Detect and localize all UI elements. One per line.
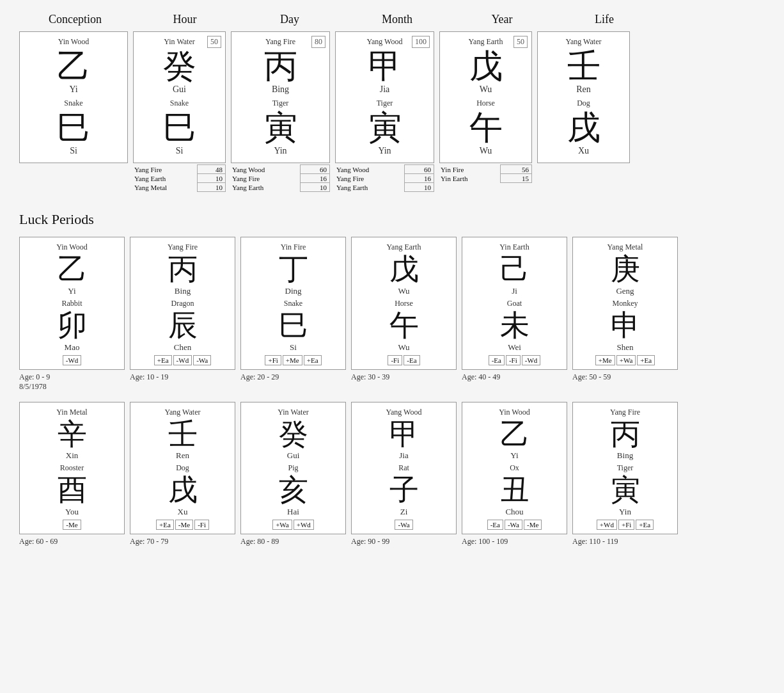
header-conception: Conception xyxy=(19,13,131,26)
year-hidden-2: Yin Earth 15 xyxy=(439,174,532,183)
luck-1-branch-label: Dragon xyxy=(137,299,228,308)
luck-2-tag-0: +Fi xyxy=(265,355,281,365)
luck-r2-3-stem-kanji: 甲 xyxy=(358,418,450,451)
luck-row-2: Yin Metal 辛 Xin Rooster 酉 You -Me Age: 6… xyxy=(19,402,765,546)
luck-1-stem-kanji: 丙 xyxy=(137,253,228,286)
day-hidden-2-score: 16 xyxy=(300,174,329,183)
hour-hidden-elements: Yang Fire 48 Yang Earth 10 Yang Metal 10 xyxy=(133,164,226,192)
hour-score: 50 xyxy=(207,36,221,48)
pillar-conception: Yin Wood 乙 Yi Snake 巳 Si xyxy=(19,31,128,163)
header-hour: Hour xyxy=(136,13,233,26)
luck-card-0: Yin Wood 乙 Yi Rabbit 卯 Mao -Wd Age: 0 - … xyxy=(19,237,125,391)
luck-r2-5-branch-label: Tiger xyxy=(579,463,671,473)
luck-1-stem-romanji: Bing xyxy=(137,286,228,296)
luck-r2-1-tag-1: -Me xyxy=(175,520,193,530)
luck-0-stem-kanji: 乙 xyxy=(26,253,118,286)
luck-r2-4-age: Age: 100 - 109 xyxy=(462,537,567,546)
year-stem-romanji: Wu xyxy=(448,84,524,95)
year-hidden-1-score: 56 xyxy=(501,165,532,174)
luck-5-tag-0: +Me xyxy=(595,355,615,365)
day-hidden-elements: Yang Wood 60 Yang Fire 16 Yang Earth 10 xyxy=(231,164,330,192)
luck-r2-2-tags: +Wa +Wd xyxy=(247,520,339,530)
luck-r2-3-stem-label: Yang Wood xyxy=(358,408,450,417)
hour-hidden-1-label: Yang Fire xyxy=(133,165,198,174)
luck-4-branch-romanji: Wei xyxy=(469,342,560,353)
luck-0-branch-romanji: Mao xyxy=(26,342,118,353)
month-stem-kanji: 甲 xyxy=(343,48,426,84)
luck-r2-2-age: Age: 80 - 89 xyxy=(240,537,346,546)
luck-card-r2-5: Yang Fire 丙 Bing Tiger 寅 Yin +Wd +Fi +Ea… xyxy=(572,402,678,546)
luck-1-tag-0: +Ea xyxy=(154,355,172,365)
luck-2-stem-label: Yin Fire xyxy=(247,243,339,252)
luck-3-stem-kanji: 戊 xyxy=(358,253,450,286)
luck-r2-4-branch-kanji: 丑 xyxy=(469,474,560,507)
luck-4-tag-2: -Wd xyxy=(522,355,541,365)
luck-r2-2-branch-romanji: Hai xyxy=(247,507,339,517)
luck-section-title: Luck Periods xyxy=(19,211,765,228)
luck-1-branch-romanji: Chen xyxy=(137,342,228,353)
luck-r2-2-branch-kanji: 亥 xyxy=(247,474,339,507)
hour-hidden-3: Yang Metal 10 xyxy=(133,183,226,192)
luck-r2-3-branch-kanji: 子 xyxy=(358,474,450,507)
hour-hidden-1-score: 48 xyxy=(198,165,226,174)
pillars-row: Yin Wood 乙 Yi Snake 巳 Si 50 Yin Water 癸 … xyxy=(19,31,765,192)
conception-stem-kanji: 乙 xyxy=(27,48,120,84)
luck-r2-1-tags: +Ea -Me -Fi xyxy=(137,520,228,530)
luck-r2-1-age: Age: 70 - 79 xyxy=(130,537,235,546)
luck-r2-0-branch-kanji: 酉 xyxy=(26,474,118,507)
luck-r2-3-branch-label: Rat xyxy=(358,463,450,473)
luck-3-branch-romanji: Wu xyxy=(358,342,450,353)
luck-r2-4-tag-1: -Wa xyxy=(505,520,522,530)
luck-card-3: Yang Earth 戊 Wu Horse 午 Wu -Fi -Ea Age: … xyxy=(351,237,457,391)
luck-r2-5-tag-2: +Ea xyxy=(636,520,654,530)
pillar-day: 80 Yang Fire 丙 Bing Tiger 寅 Yin Yang Woo… xyxy=(231,31,330,192)
day-hidden-2: Yang Fire 16 xyxy=(231,174,330,183)
luck-5-branch-label: Monkey xyxy=(579,299,671,308)
luck-0-stem-romanji: Yi xyxy=(26,286,118,296)
year-hidden-1-label: Yin Fire xyxy=(439,165,501,174)
month-hidden-1-label: Yang Wood xyxy=(335,165,404,174)
month-score: 100 xyxy=(412,36,430,48)
day-branch-kanji: 寅 xyxy=(239,109,322,146)
luck-r2-1-branch-kanji: 戌 xyxy=(137,474,228,507)
year-branch-romanji: Wu xyxy=(448,146,524,156)
hour-hidden-2-label: Yang Earth xyxy=(133,174,198,183)
luck-r2-0-tags: -Me xyxy=(26,520,118,530)
day-stem-kanji: 丙 xyxy=(239,48,322,84)
luck-0-age: Age: 0 - 9 xyxy=(19,372,125,382)
luck-card-1: Yang Fire 丙 Bing Dragon 辰 Chen +Ea -Wd -… xyxy=(130,237,235,391)
month-branch-label: Tiger xyxy=(343,99,426,108)
day-branch-label: Tiger xyxy=(239,99,322,108)
luck-2-branch-label: Snake xyxy=(247,299,339,308)
luck-r2-1-tag-2: -Fi xyxy=(194,520,209,530)
luck-card-r2-3: Yang Wood 甲 Jia Rat 子 Zi -Wa Age: 90 - 9… xyxy=(351,402,457,546)
hour-stem-romanji: Gui xyxy=(141,84,217,95)
month-hidden-1: Yang Wood 60 xyxy=(335,165,434,174)
pillar-month: 100 Yang Wood 甲 Jia Tiger 寅 Yin Yang Woo… xyxy=(335,31,434,192)
luck-5-branch-kanji: 申 xyxy=(579,310,671,342)
day-branch-romanji: Yin xyxy=(239,146,322,156)
year-hidden-elements: Yin Fire 56 Yin Earth 15 xyxy=(439,164,532,183)
luck-row-1: Yin Wood 乙 Yi Rabbit 卯 Mao -Wd Age: 0 - … xyxy=(19,237,765,391)
conception-branch-label: Snake xyxy=(27,99,120,108)
day-hidden-3: Yang Earth 10 xyxy=(231,183,330,192)
luck-r2-5-stem-kanji: 丙 xyxy=(579,418,671,451)
luck-r2-4-tag-2: -Me xyxy=(524,520,542,530)
luck-r2-0-age: Age: 60 - 69 xyxy=(19,537,125,546)
luck-r2-5-age: Age: 110 - 119 xyxy=(572,537,678,546)
luck-r2-1-stem-romanji: Ren xyxy=(137,450,228,461)
year-branch-label: Horse xyxy=(448,99,524,108)
year-hidden-2-label: Yin Earth xyxy=(439,174,501,183)
luck-r2-5-tag-0: +Wd xyxy=(597,520,617,530)
month-hidden-3-score: 10 xyxy=(404,183,434,192)
luck-r2-3-age: Age: 90 - 99 xyxy=(351,537,457,546)
luck-r2-2-tag-1: +Wd xyxy=(294,520,314,530)
day-stem-label: Yang Fire xyxy=(239,37,322,47)
month-hidden-2: Yang Fire 16 xyxy=(335,174,434,183)
luck-3-stem-label: Yang Earth xyxy=(358,243,450,252)
luck-3-stem-romanji: Wu xyxy=(358,286,450,296)
luck-1-age: Age: 10 - 19 xyxy=(130,372,235,382)
day-hidden-1-label: Yang Wood xyxy=(231,165,300,174)
luck-4-age: Age: 40 - 49 xyxy=(462,372,567,382)
luck-r2-4-stem-kanji: 乙 xyxy=(469,418,560,451)
